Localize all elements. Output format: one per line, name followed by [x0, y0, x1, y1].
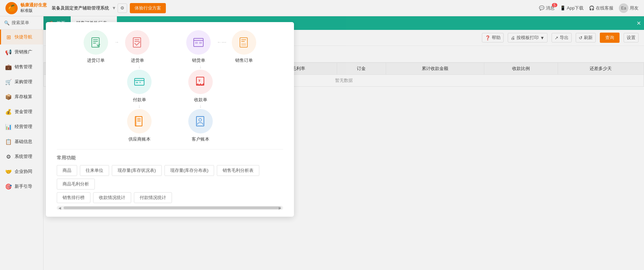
arrow-down-1: ↓ — [122, 64, 156, 69]
receipt-icon: ¥ — [188, 70, 213, 94]
customer-ledger-icon — [188, 109, 213, 133]
flow-payment: ¥ 付款单 — [122, 70, 156, 103]
flow-receipt: ¥ 收款单 — [184, 70, 217, 103]
common-btns-row2: 销售排行榜 收款情况统计 付款情况统计 — [57, 192, 283, 203]
scrollbar-thumb[interactable] — [64, 206, 281, 209]
flow-purchase-receipt: 进货单 — [120, 30, 154, 64]
modal-overlay[interactable]: 进货订单 → 进货单 — [0, 16, 644, 270]
supplier-ledger-icon — [127, 109, 152, 133]
common-btn-payment-stats[interactable]: 付款情况统计 — [134, 192, 172, 203]
svg-rect-9 — [195, 42, 198, 44]
arrow-down-4: ↓ — [184, 104, 217, 108]
svg-point-27 — [199, 119, 202, 121]
svg-rect-10 — [199, 42, 202, 44]
modal-box: 进货订单 → 进货单 — [46, 22, 294, 217]
arrow-down-3: ↓ — [122, 104, 156, 108]
svg-rect-17 — [136, 82, 138, 83]
svg-rect-22 — [135, 116, 137, 126]
common-btn-receipt-stats[interactable]: 收款情况统计 — [93, 192, 131, 203]
arrow-down-2: ↓ — [184, 64, 217, 69]
scroll-left-btn[interactable]: ◀ — [57, 206, 63, 210]
common-btn-product-margin[interactable]: 商品毛利分析 — [57, 179, 95, 190]
common-btn-product[interactable]: 商品 — [57, 165, 77, 176]
common-btn-partner[interactable]: 往来单位 — [80, 165, 109, 176]
svg-text:¥: ¥ — [198, 79, 201, 83]
sales-doc-icon — [232, 30, 256, 55]
svg-text:¥: ¥ — [139, 81, 141, 84]
payment-icon: ¥ — [127, 70, 152, 94]
svg-rect-14 — [241, 43, 246, 46]
modal-scrollbar[interactable]: ◀ ▶ — [57, 206, 283, 210]
purchase-receipt-icon — [125, 30, 150, 55]
common-btn-sales-ranking[interactable]: 销售排行榜 — [57, 192, 90, 203]
common-btn-sales-margin[interactable]: 销售毛利分析表 — [217, 165, 259, 176]
flow-sales-order-flow: 销货单 — [181, 30, 215, 64]
arrow-1: → — [114, 39, 119, 54]
scroll-right-btn[interactable]: ▶ — [277, 206, 283, 210]
common-btn-inventory-status[interactable]: 现存量(库存状况表) — [112, 165, 162, 176]
common-btn-inventory-dist[interactable]: 现存量(库存分布表) — [164, 165, 214, 176]
common-section: 常用功能 商品 往来单位 现存量(库存状况表) 现存量(库存分布表) 销售毛利分… — [57, 149, 283, 203]
flow-diagram: 进货订单 → 进货单 — [57, 30, 283, 142]
common-btns-row1: 商品 往来单位 现存量(库存状况表) 现存量(库存分布表) 销售毛利分析表 商品… — [57, 165, 283, 190]
purchase-order-icon — [84, 30, 108, 55]
flow-sales-doc: 销售订单 — [227, 30, 261, 64]
common-title: 常用功能 — [57, 155, 283, 161]
flow-customer-ledger: 客户账本 — [184, 109, 217, 142]
content-area: 🏠 首页 销售订单执行表 × ✕ ❓ 帮助 — [43, 16, 644, 270]
flow-supplier-ledger: 供应商账本 — [122, 109, 156, 142]
flow-purchase-order: 进货订单 — [79, 30, 113, 64]
sales-order-flow-icon — [186, 30, 211, 55]
arrow-dashed: ← - - - — [217, 39, 226, 54]
page-content: ❓ 帮助 🖨 按模板打印 ▼ ↗ 导出 ↺ 刷新 — [43, 30, 644, 270]
